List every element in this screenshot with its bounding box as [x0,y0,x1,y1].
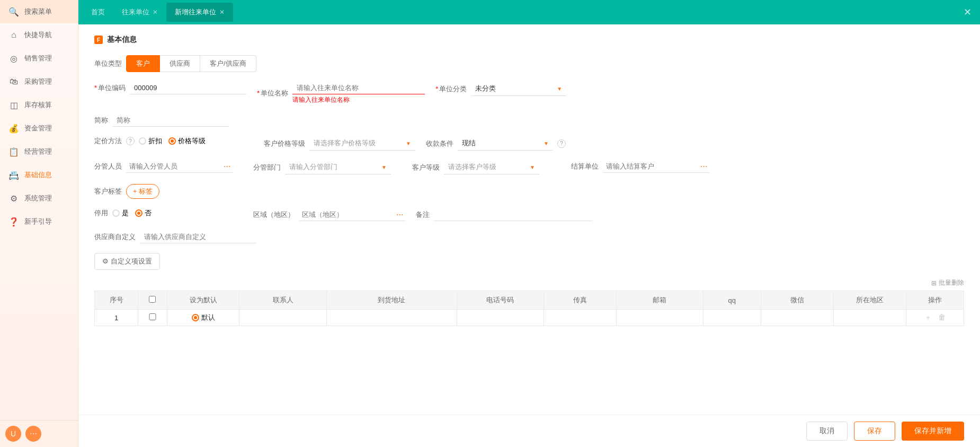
sidebar-item-quick-nav[interactable]: ⌂ 快捷导航 [0,23,78,47]
pricing-row: 定价方法 ? 折扣 价格等级 客户价格等级 请选择客户价格等级 [94,136,964,151]
save-and-new-button[interactable]: 保存并新增 [902,422,964,441]
radio-yes[interactable]: 是 [112,208,129,218]
customer-tag-row: 客户标签 + 标签 [94,184,964,199]
select-all-checkbox[interactable] [149,296,156,303]
sidebar-item-system[interactable]: ⚙ 系统管理 [0,187,78,210]
manager-more-icon[interactable]: ··· [221,162,233,171]
purchase-icon: 🛍 [8,76,19,87]
payment-terms-info-icon[interactable]: ? [557,139,566,148]
sidebar-item-operations[interactable]: 📋 经营管理 [0,140,78,163]
supplier-custom-label: 供应商自定义 [94,232,136,242]
cell-default: 默认 [167,310,239,326]
col-header-contact: 联系人 [239,291,326,310]
customer-level-select[interactable]: 请选择客户等级 ▼ [444,160,539,174]
manager-input[interactable] [126,160,221,172]
region-more-icon[interactable]: ··· [394,210,405,220]
batch-delete-area[interactable]: ⊞ 批量删除 [94,278,964,287]
address-input[interactable] [332,314,451,322]
tab-partners-close-icon[interactable]: ✕ [153,8,158,16]
add-tag-button[interactable]: + 标签 [126,184,159,199]
customer-level-field: 客户等级 请选择客户等级 ▼ [412,160,560,174]
supplier-custom-input[interactable] [140,231,256,243]
contact-input[interactable] [245,314,320,322]
remark-input[interactable] [434,208,593,221]
type-btn-customer[interactable]: 客户 [126,55,160,72]
sidebar-item-beginner[interactable]: ❓ 新手引导 [0,210,78,233]
region-input[interactable] [299,208,394,221]
fax-input[interactable] [549,314,611,322]
customer-price-level-field: 客户价格等级 请选择客户价格等级 ▼ [264,136,415,151]
unit-info-row: *单位编码 *单位名称 请输入往来单位名称 *单位分类 未分类 ▼ [94,82,964,104]
sidebar-item-label: 基础信息 [24,170,69,180]
pricing-method-field: 定价方法 ? 折扣 价格等级 [94,136,253,146]
payment-terms-value: 现结 [462,138,541,148]
tab-home-label: 首页 [91,7,105,17]
cancel-button[interactable]: 取消 [806,422,848,441]
tab-new-partner[interactable]: 新增往来单位 ✕ [166,3,233,22]
payment-terms-select[interactable]: 现结 ▼ [458,136,553,151]
unit-category-select[interactable]: 未分类 ▼ [471,82,566,96]
wechat-input[interactable] [767,314,828,322]
manager-row: 分管人员 ··· 分管部门 请输入分管部门 ▼ 客户等级 请选择客户等级 ▼ [94,160,964,174]
sidebar-bottom-more[interactable]: ⋯ [25,426,41,442]
short-name-input[interactable] [112,114,229,127]
unit-type-field: 单位类型 客户 供应商 客户/供应商 [94,55,256,72]
radio-price-level-circle [168,137,176,145]
cell-address [326,310,457,326]
chevron-down-icon2: ▼ [406,141,411,146]
phone-input[interactable] [462,314,538,322]
customer-tag-field: 客户标签 + 标签 [94,184,159,199]
department-select[interactable]: 请输入分管部门 ▼ [285,160,391,174]
custom-settings-button[interactable]: ⚙ 自定义项设置 [94,253,160,270]
sidebar-item-label: 系统管理 [24,194,69,203]
pricing-info-icon[interactable]: ? [126,137,135,145]
col-header-qq: qq [703,291,761,310]
save-button[interactable]: 保存 [854,422,895,441]
email-input[interactable] [622,314,698,322]
cell-email [616,310,703,326]
sidebar-item-basic-info[interactable]: 📇 基础信息 [0,163,78,187]
unit-name-field: *单位名称 请输入往来单位名称 [257,82,425,104]
col-header-check [138,291,167,310]
finance-icon: 💰 [8,123,19,134]
radio-no-circle [135,209,142,217]
unit-name-input[interactable] [292,82,425,94]
region-input-table[interactable] [839,314,901,322]
unit-name-error: 请输入往来单位名称 [292,95,425,104]
unit-code-input[interactable] [130,82,246,94]
radio-price-level[interactable]: 价格等级 [168,136,206,146]
type-btn-supplier[interactable]: 供应商 [160,55,200,72]
chevron-down-icon3: ▼ [544,141,549,146]
short-name-label: 简称 [94,116,108,125]
sidebar-item-search[interactable]: 🔍 搜索菜单 [0,0,78,23]
sidebar-bottom-user[interactable]: U [5,426,21,442]
col-header-phone: 电话号码 [457,291,544,310]
sidebar-item-label: 搜索菜单 [24,7,69,16]
sidebar-item-inventory[interactable]: ◫ 库存核算 [0,93,78,117]
unit-type-buttons: 客户 供应商 客户/供应商 [126,55,256,72]
sidebar-item-finance[interactable]: 💰 资金管理 [0,117,78,140]
remark-label: 备注 [416,210,430,220]
tabbar-close-button[interactable]: ✕ [959,6,976,18]
cell-check [138,310,167,326]
row-default-radio[interactable]: 默认 [173,313,234,322]
qq-input[interactable] [709,314,755,322]
unit-category-value: 未分类 [475,84,555,93]
cell-region [833,310,906,326]
settlement-unit-input[interactable] [603,160,698,172]
payment-terms-field: 收款条件 现结 ▼ ? [426,136,574,151]
type-btn-both[interactable]: 客户/供应商 [200,55,256,72]
radio-no[interactable]: 否 [135,208,152,218]
settlement-more-icon[interactable]: ··· [698,162,709,171]
row-add-icon[interactable]: ＋ [922,312,934,322]
sidebar-item-purchase[interactable]: 🛍 采购管理 [0,70,78,93]
row-checkbox[interactable] [144,313,162,320]
row-delete-icon[interactable]: 🗑 [936,312,948,322]
sidebar-item-sales[interactable]: ◎ 销售管理 [0,47,78,70]
tab-partners[interactable]: 往来单位 ✕ [113,3,166,22]
radio-discount[interactable]: 折扣 [139,136,162,146]
tab-new-partner-close-icon[interactable]: ✕ [219,8,225,16]
tab-home[interactable]: 首页 [83,3,113,22]
customer-price-level-select[interactable]: 请选择客户价格等级 ▼ [309,136,415,151]
sidebar-item-label: 库存核算 [24,100,69,110]
